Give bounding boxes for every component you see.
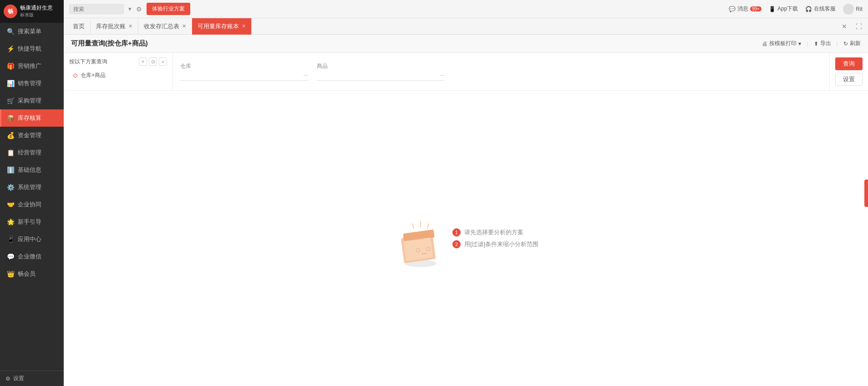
- sidebar-menu: 🔍 搜索菜单 ⚡ 快捷导航 🎁 营销推广 📊 销售管理 🛒 采购管理 📦 库存核…: [0, 23, 64, 371]
- product-field-input: ···: [317, 72, 444, 81]
- tabbar-expand-icon[interactable]: ⛶: [853, 21, 864, 32]
- tab-batch-ledger-label: 库存批次账: [96, 22, 126, 31]
- page-header-actions: 🖨 按模板打印 ▾ | ⬆ 导出 | ↻ 刷新: [762, 40, 861, 47]
- topbar-search-input[interactable]: [69, 4, 124, 14]
- message-icon: 💬: [729, 6, 736, 12]
- sidebar-settings-label: 设置: [13, 375, 24, 382]
- sidebar-item-finance[interactable]: 💰 资金管理: [0, 127, 64, 144]
- sidebar-item-basic[interactable]: ℹ️ 基础信息: [0, 161, 64, 179]
- empty-text-area: 1 请先选择要分析的方案 2 用[过滤]条件来缩小分析范围: [452, 228, 538, 248]
- sidebar-item-member[interactable]: 👑 畅会员: [0, 265, 64, 283]
- divider1: |: [807, 40, 808, 47]
- message-badge: 99+: [750, 6, 761, 11]
- empty-hint-2: 2 用[过滤]条件来缩小分析范围: [452, 240, 538, 248]
- sidebar: 畅 畅康通好生意 标准版 🔍 搜索菜单 ⚡ 快捷导航 🎁 营销推广 📊 销售管理…: [0, 0, 64, 386]
- online-service-label: 在线客服: [814, 5, 836, 13]
- settings-icon: ⚙: [5, 376, 10, 382]
- app-download-label: App下载: [777, 5, 798, 13]
- tab-receipt-summary-label: 收发存汇总表: [144, 22, 179, 31]
- headset-icon: 🎧: [805, 6, 812, 12]
- sidebar-item-label: 企业微信: [18, 252, 41, 261]
- scheme-warehouse-product[interactable]: ⊙ 仓库+商品: [69, 69, 167, 82]
- tab-home[interactable]: 首页: [67, 18, 91, 35]
- add-scheme-icon[interactable]: +: [139, 57, 147, 66]
- avatar: [843, 4, 854, 15]
- sidebar-item-marketing[interactable]: 🎁 营销推广: [0, 57, 64, 75]
- user-avatar-area[interactable]: Rit: [843, 4, 863, 15]
- crown-icon: 👑: [7, 270, 14, 278]
- sidebar-item-purchase[interactable]: 🛒 采购管理: [0, 92, 64, 109]
- topbar-right: 💬 消息 99+ 📱 App下载 🎧 在线客服 Rit: [729, 4, 863, 15]
- sidebar-item-enterprise[interactable]: 🤝 企业协同: [0, 196, 64, 213]
- topbar-dropdown-icon[interactable]: ▾: [128, 5, 132, 12]
- product-field-label: 商品: [317, 62, 444, 70]
- page-header: 可用量查询(按仓库+商品) 🖨 按模板打印 ▾ | ⬆ 导出 | ↻ 刷新: [64, 35, 868, 53]
- sidebar-item-system[interactable]: ⚙️ 系统管理: [0, 179, 64, 196]
- right-edge-indicator: [864, 180, 868, 207]
- warehouse-input[interactable]: [180, 72, 302, 78]
- tab-receipt-summary-close-icon[interactable]: ✕: [182, 23, 186, 29]
- tab-batch-ledger-close-icon[interactable]: ✕: [128, 23, 132, 29]
- tab-batch-ledger[interactable]: 库存批次账 ✕: [91, 18, 138, 35]
- tab-available-ledger-close-icon[interactable]: ✕: [242, 23, 246, 29]
- chart-icon: 📊: [7, 80, 14, 87]
- sidebar-item-label: 采购管理: [18, 97, 41, 105]
- divider2: |: [837, 40, 838, 47]
- sidebar-item-label: 经营管理: [18, 149, 41, 157]
- info-icon: ℹ️: [7, 166, 14, 174]
- empty-illustration: ○_○: [393, 216, 439, 261]
- tabbar-actions: ✕ ⛶: [839, 21, 864, 32]
- gear-icon: ⚙️: [7, 184, 14, 191]
- topbar: ▾ ⚙ 体验行业方案 💬 消息 99+ 📱 App下载 🎧 在线客服 Rit: [64, 0, 868, 18]
- sidebar-item-appcenter[interactable]: 📱 应用中心: [0, 231, 64, 248]
- warehouse-field-label: 仓库: [180, 62, 308, 70]
- sidebar-settings[interactable]: ⚙ 设置: [0, 371, 64, 386]
- tabbar-close-all-icon[interactable]: ✕: [839, 21, 850, 32]
- product-input[interactable]: [317, 72, 438, 78]
- message-label: 消息: [737, 5, 748, 13]
- export-button[interactable]: ⬆ 导出: [814, 40, 831, 47]
- sidebar-item-sales[interactable]: 📊 销售管理: [0, 75, 64, 92]
- refresh-button[interactable]: ↻ 刷新: [843, 40, 861, 47]
- warehouse-more-icon[interactable]: ···: [304, 72, 308, 78]
- query-button[interactable]: 查询: [835, 57, 863, 70]
- page-content: 可用量查询(按仓库+商品) 🖨 按模板打印 ▾ | ⬆ 导出 | ↻ 刷新: [64, 35, 868, 386]
- scheme-rotate-icon: ⊙: [73, 72, 78, 79]
- message-button[interactable]: 💬 消息 99+: [729, 5, 761, 13]
- online-service-button[interactable]: 🎧 在线客服: [805, 5, 836, 13]
- handshake-icon: 🤝: [7, 201, 14, 208]
- sidebar-item-newguide[interactable]: 🌟 新手引导: [0, 213, 64, 231]
- gift-icon: 🎁: [7, 62, 14, 70]
- sidebar-item-shortcut[interactable]: ⚡ 快捷导航: [0, 40, 64, 57]
- search-icon: 🔍: [7, 28, 14, 35]
- svg-line-7: [427, 224, 429, 228]
- tab-available-ledger[interactable]: 可用量库存账本 ✕: [192, 18, 252, 35]
- refresh-icon: ↻: [843, 41, 848, 47]
- filter-area: 按以下方案查询 + ⊙ « ⊙ 仓库+商品 仓库: [64, 53, 868, 91]
- settings-button[interactable]: 设置: [835, 73, 863, 86]
- svg-line-5: [412, 224, 414, 228]
- tab-available-ledger-label: 可用量库存账本: [198, 22, 239, 31]
- trial-button[interactable]: 体验行业方案: [147, 3, 190, 15]
- app-download-button[interactable]: 📱 App下载: [769, 5, 798, 13]
- product-more-icon[interactable]: ···: [440, 72, 444, 78]
- settings-scheme-icon[interactable]: ⊙: [149, 57, 157, 66]
- print-template-label: 按模板打印: [769, 40, 797, 47]
- sidebar-item-search[interactable]: 🔍 搜索菜单: [0, 23, 64, 40]
- product-filter-field: 商品 ···: [317, 62, 444, 81]
- topbar-gear-icon[interactable]: ⚙: [136, 5, 142, 13]
- print-dropdown-icon: ▾: [798, 41, 801, 47]
- sidebar-item-business[interactable]: 📋 经营管理: [0, 144, 64, 161]
- scheme-item-label: 仓库+商品: [81, 72, 106, 79]
- print-template-button[interactable]: 🖨 按模板打印 ▾: [762, 40, 801, 47]
- tab-receipt-summary[interactable]: 收发存汇总表 ✕: [138, 18, 192, 35]
- page-title: 可用量查询(按仓库+商品): [71, 39, 148, 48]
- sidebar-item-inventory[interactable]: 📦 库存核算: [0, 109, 64, 127]
- mobile-icon: 📱: [7, 236, 14, 243]
- filter-scheme-label: 按以下方案查询: [69, 58, 107, 66]
- warehouse-filter-field: 仓库 ···: [180, 62, 308, 81]
- collapse-panel-icon[interactable]: «: [159, 57, 167, 66]
- sidebar-item-wechat[interactable]: 💬 企业微信: [0, 248, 64, 265]
- clipboard-icon: 📋: [7, 149, 14, 156]
- sidebar-item-label: 资金管理: [18, 131, 41, 139]
